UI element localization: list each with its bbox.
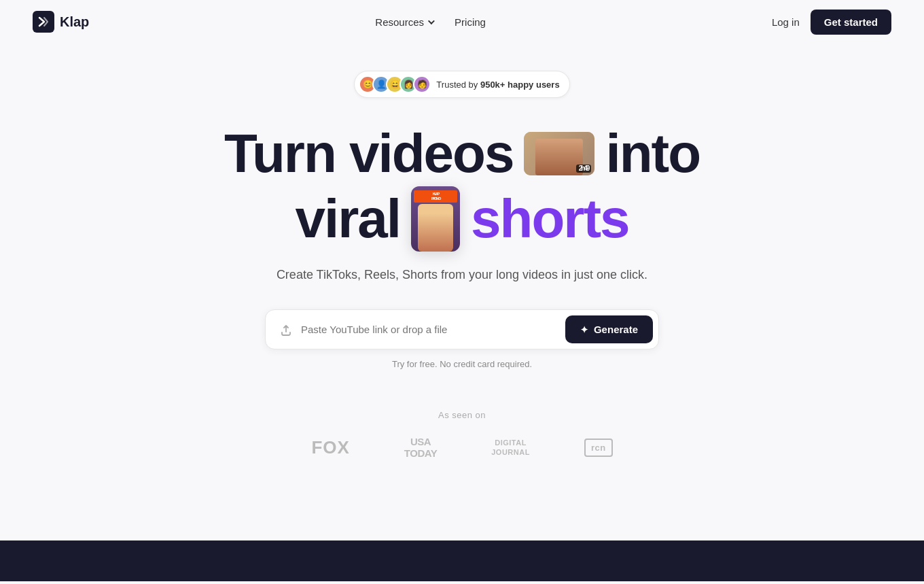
video-duration: 2h49 xyxy=(576,165,592,173)
avatar: 🧑 xyxy=(413,75,431,93)
youtube-url-input[interactable] xyxy=(301,324,557,335)
fox-logo: FOX xyxy=(311,437,349,458)
headline-shorts: shorts xyxy=(471,190,629,247)
as-seen-on-section: As seen on FOX USA TODAY DIGITAL JOURNAL… xyxy=(16,410,908,459)
headline-row-1: Turn videos 2h49 into xyxy=(224,125,700,182)
headline-row-2: viral KLAPPROMO shorts xyxy=(224,186,700,252)
logo-text: Klap xyxy=(60,14,89,30)
trust-avatars: 😊 👤 😄 👩 🧑 xyxy=(359,75,431,93)
logo[interactable]: Klap xyxy=(33,11,89,33)
trust-badge: 😊 👤 😄 👩 🧑 Trusted by 950k+ happy users xyxy=(354,71,569,98)
generate-button[interactable]: ✦ Generate xyxy=(565,315,653,343)
nav-resources[interactable]: Resources xyxy=(375,16,433,28)
digital-journal-logo: DIGITAL JOURNAL xyxy=(491,439,530,456)
usa-today-logo: USA TODAY xyxy=(404,436,437,459)
nav-links: Resources Pricing xyxy=(375,16,486,28)
as-seen-label: As seen on xyxy=(438,410,486,420)
free-trial-text: Try for free. No credit card required. xyxy=(392,359,532,369)
get-started-button[interactable]: Get started xyxy=(811,10,891,35)
video-thumbnail-tall: KLAPPROMO xyxy=(411,186,460,252)
trust-text: Trusted by 950k+ happy users xyxy=(436,80,559,90)
nav-actions: Log in Get started xyxy=(772,10,891,35)
hero-section: 😊 👤 😄 👩 🧑 Trusted by 950k+ happy users T… xyxy=(0,44,924,500)
chevron-down-icon xyxy=(428,18,435,24)
logo-icon xyxy=(33,11,54,33)
nav-pricing[interactable]: Pricing xyxy=(455,16,486,28)
rcn-logo: rcn xyxy=(584,439,613,457)
upload-icon xyxy=(279,323,293,337)
footer-strip xyxy=(0,540,924,581)
media-logos: FOX USA TODAY DIGITAL JOURNAL rcn xyxy=(311,436,612,459)
login-button[interactable]: Log in xyxy=(772,16,800,28)
headline: Turn videos 2h49 into viral KLAPPROMO sh… xyxy=(224,125,700,252)
video-thumbnail-wide: 2h49 xyxy=(524,132,594,175)
subheadline: Create TikToks, Reels, Shorts from your … xyxy=(277,268,647,282)
url-input-area: ✦ Generate xyxy=(265,309,659,349)
sparkle-icon: ✦ xyxy=(580,324,588,335)
navbar: Klap Resources Pricing Log in Get starte… xyxy=(0,0,924,44)
